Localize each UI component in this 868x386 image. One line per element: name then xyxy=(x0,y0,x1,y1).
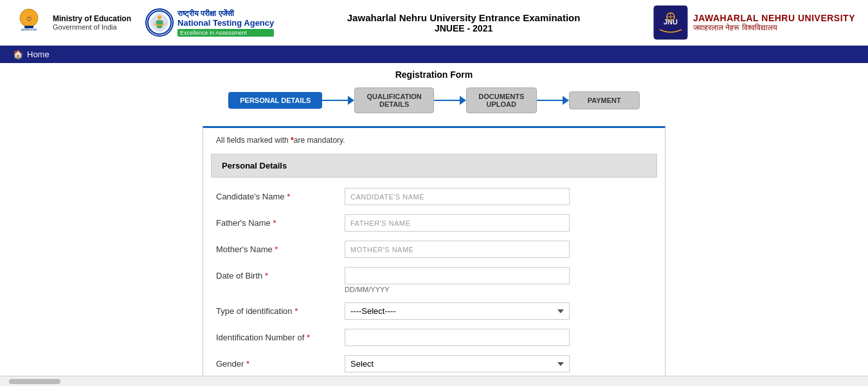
required-star: * xyxy=(273,218,276,228)
arrow-1 xyxy=(322,100,348,101)
step-documents-label[interactable]: DOCUMENTSUPLOAD xyxy=(466,87,537,113)
candidates-name-input[interactable] xyxy=(345,188,570,205)
arrow-3 xyxy=(537,100,563,101)
father-name-wrap xyxy=(345,214,652,232)
main-content: Registration Form PERSONAL DETAILS QUALI… xyxy=(0,63,868,386)
fathers-name-input[interactable] xyxy=(345,214,570,232)
section-header: Personal Details xyxy=(211,154,657,178)
exam-subtitle: JNUEE - 2021 xyxy=(347,23,581,33)
nta-english: National Testing Agency xyxy=(177,18,274,28)
jnu-english: JAWAHARLAL NEHRU UNIVERSITY xyxy=(693,13,855,23)
home-icon: 🏠 xyxy=(13,50,23,59)
ministry-sub: Government of India xyxy=(53,23,131,31)
required-star: * xyxy=(307,333,310,342)
svg-text:🦁: 🦁 xyxy=(26,16,32,22)
ministry-title: Ministry of Education xyxy=(53,14,131,23)
site-header: 🦁 सत्यमेव जयते Ministry of Education Gov… xyxy=(0,0,868,46)
svg-text:सत्यमेव जयते: सत्यमेव जयते xyxy=(21,28,37,32)
ministry-info: Ministry of Education Government of Indi… xyxy=(53,14,131,31)
mandatory-note: All fields marked with *are mandatory. xyxy=(203,128,665,149)
required-star: * xyxy=(275,244,278,254)
jnu-logo: JNU JAWAHARLAL NEHRU UNIVERSITY जवाहरलाल… xyxy=(653,5,855,40)
id-number-label: Identification Number of * xyxy=(216,329,345,342)
dob-row: Date of Birth * DD/MM/YYYY xyxy=(216,267,652,293)
arrow-2 xyxy=(434,100,460,101)
arrowhead-2 xyxy=(460,96,466,105)
jnu-emblem: JNU xyxy=(653,5,688,40)
form-body: Candidate's Name * Father's Name * Mothe… xyxy=(203,183,665,386)
date-hint: DD/MM/YYYY xyxy=(345,286,652,293)
step-payment-label[interactable]: PAYMENT xyxy=(569,91,640,109)
gender-wrap: Select Male Female Transgender xyxy=(345,355,652,372)
svg-point-6 xyxy=(158,15,161,19)
dob-input[interactable] xyxy=(345,267,570,284)
progress-steps: PERSONAL DETAILS QUALIFICATIONDETAILS DO… xyxy=(13,87,855,113)
id-number-wrap xyxy=(345,329,652,346)
required-star: * xyxy=(265,271,268,280)
nta-emblem xyxy=(145,8,174,37)
form-title: Registration Form xyxy=(13,69,855,80)
father-name-row: Father's Name * xyxy=(216,214,652,232)
required-star: * xyxy=(287,192,290,201)
step-payment[interactable]: PAYMENT xyxy=(569,91,640,109)
id-type-label: Type of identification * xyxy=(216,302,345,316)
candidate-name-wrap xyxy=(345,188,652,205)
gender-select[interactable]: Select Male Female Transgender xyxy=(345,355,570,372)
header-left-logos: 🦁 सत्यमेव जयते Ministry of Education Gov… xyxy=(13,6,274,39)
nta-hindi: राष्ट्रीय परीक्षा एजेंसी xyxy=(177,9,274,18)
header-center: Jawaharlal Nehru University Entrance Exa… xyxy=(347,12,581,33)
required-star: * xyxy=(246,359,249,369)
form-container: All fields marked with *are mandatory. P… xyxy=(203,126,665,386)
dob-label: Date of Birth * xyxy=(216,267,345,280)
id-number-row: Identification Number of * xyxy=(216,329,652,346)
nta-logo-text: राष्ट्रीय परीक्षा एजेंसी National Testin… xyxy=(177,9,274,37)
jnu-text: JAWAHARLAL NEHRU UNIVERSITY जवाहरलाल नेह… xyxy=(693,13,855,32)
step-personal-label[interactable]: PERSONAL DETAILS xyxy=(228,92,322,109)
father-name-label: Father's Name * xyxy=(216,214,345,228)
home-link[interactable]: Home xyxy=(27,50,50,59)
horizontal-scrollbar[interactable] xyxy=(0,376,868,386)
arrowhead-3 xyxy=(563,96,569,105)
required-star: * xyxy=(294,306,298,316)
header-right: JNU JAWAHARLAL NEHRU UNIVERSITY जवाहरलाल… xyxy=(653,5,855,40)
scrollbar-thumb[interactable] xyxy=(9,379,60,384)
step-documents[interactable]: DOCUMENTSUPLOAD xyxy=(466,87,537,113)
arrowhead-1 xyxy=(348,96,354,105)
step-qualification[interactable]: QUALIFICATIONDETAILS xyxy=(354,87,433,113)
navbar: 🏠 Home xyxy=(0,46,868,63)
mothers-name-input[interactable] xyxy=(345,241,570,258)
mother-name-label: Mother's Name * xyxy=(216,241,345,254)
exam-title: Jawaharlal Nehru University Entrance Exa… xyxy=(347,12,581,23)
gender-row: Gender * Select Male Female Transgender xyxy=(216,355,652,372)
step-qualification-label[interactable]: QUALIFICATIONDETAILS xyxy=(354,87,433,113)
candidate-name-row: Candidate's Name * xyxy=(216,188,652,205)
mother-name-row: Mother's Name * xyxy=(216,241,652,258)
dob-wrap: DD/MM/YYYY xyxy=(345,267,652,293)
gender-label: Gender * xyxy=(216,355,345,369)
nta-tagline: Excellence in Assessment xyxy=(177,29,274,37)
step-personal[interactable]: PERSONAL DETAILS xyxy=(228,92,322,109)
jnu-hindi: जवाहरलाल नेहरू विश्वविद्यालय xyxy=(693,23,855,32)
section-title: Personal Details xyxy=(222,161,287,170)
id-type-wrap: ----Select---- Aadhaar Passport Voter ID… xyxy=(345,302,652,320)
candidate-name-label: Candidate's Name * xyxy=(216,188,345,201)
id-number-input[interactable] xyxy=(345,329,570,346)
mother-name-wrap xyxy=(345,241,652,258)
govt-emblem: 🦁 सत्यमेव जयते xyxy=(13,6,45,39)
id-type-row: Type of identification * ----Select---- … xyxy=(216,302,652,320)
id-type-select[interactable]: ----Select---- Aadhaar Passport Voter ID… xyxy=(345,302,570,320)
